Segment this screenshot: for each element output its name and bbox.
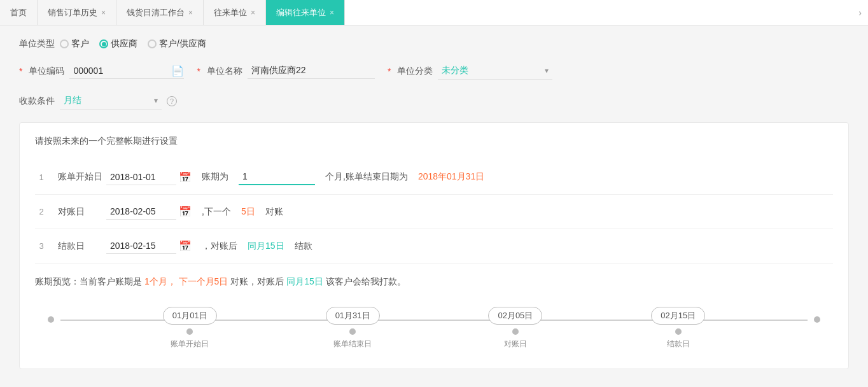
node-badge-3: 02月05日 — [488, 307, 542, 325]
unit-name-input[interactable] — [248, 63, 375, 79]
row-label-1: 账单开始日 — [58, 171, 96, 183]
required-star-3: * — [388, 66, 391, 76]
main-content: 单位类型 客户 供应商 客户/供应商 * 单位编码 — [0, 25, 868, 382]
node-label-1: 账单开始日 — [171, 339, 209, 349]
row-desc-2b: 对账 — [265, 206, 283, 218]
row-desc-3a: ，对账后 — [202, 241, 237, 252]
timeline-start — [48, 307, 54, 323]
payment-terms-label: 收款条件 — [19, 95, 55, 107]
node-label-2: 账单结束日 — [333, 339, 372, 349]
node-badge-2: 01月31日 — [326, 307, 380, 325]
tab-edit-unit[interactable]: 编辑往来单位 × — [266, 0, 345, 25]
preview-payment: 同月15日 — [286, 276, 323, 286]
timeline-node-1: 01月01日 账单开始日 — [163, 307, 217, 349]
tab-cash-work[interactable]: 钱货日清工作台 × — [116, 0, 204, 25]
radio-circle-both — [148, 39, 157, 48]
start-dot — [48, 316, 54, 323]
unit-code-input[interactable] — [69, 63, 171, 78]
payment-day-highlight: 同月15日 — [248, 241, 284, 252]
timeline-node-2: 01月31日 账单结束日 — [326, 307, 380, 349]
row-label-2: 对账日 — [58, 206, 96, 218]
radio-supplier[interactable]: 供应商 — [99, 38, 137, 50]
date-input-3: 📅 — [106, 238, 192, 254]
node-dot-3 — [512, 328, 519, 335]
radio-circle-supplier — [99, 39, 108, 48]
radio-customer[interactable]: 客户 — [60, 38, 89, 50]
calendar-icon-3[interactable]: 📅 — [179, 240, 192, 252]
panel-hint: 请按照未来的一个完整帐期进行设置 — [35, 136, 833, 147]
unit-category-field: * 单位分类 未分类 ▾ — [388, 62, 552, 80]
unit-code-label: 单位编码 — [29, 66, 64, 77]
unit-category-label: 单位分类 — [397, 66, 433, 77]
date-field-3[interactable] — [106, 238, 176, 254]
calendar-icon-2[interactable]: 📅 — [179, 206, 192, 218]
chevron-down-icon-2: ▾ — [154, 96, 158, 105]
reconcile-day-highlight: 5日 — [241, 206, 255, 218]
preview-suffix: 该客户会给我打款。 — [326, 276, 406, 286]
preview-period: 1个月， — [144, 276, 176, 286]
preview-prefix: 账期预览：当前客户账期是 — [35, 276, 142, 286]
payment-terms-field: 收款条件 月结 ▾ ? — [19, 92, 177, 109]
unit-type-label: 单位类型 — [19, 38, 55, 50]
chevron-right-icon: › — [858, 8, 862, 18]
timeline-node-4: 02月15日 结款日 — [651, 307, 705, 349]
unit-type-row: 单位类型 客户 供应商 客户/供应商 — [19, 38, 849, 50]
unit-info-row: * 单位编码 📄 * 单位名称 * 单位分类 未分类 ▾ — [19, 62, 849, 80]
node-label-3: 对账日 — [504, 339, 527, 349]
copy-icon[interactable]: 📄 — [171, 65, 184, 77]
end-date-highlight: 2018年01月31日 — [418, 171, 484, 183]
settings-row-1: 1 账单开始日 📅 账期为 个月,账单结束日期为 2018年01月31日 — [35, 160, 833, 195]
close-icon[interactable]: × — [101, 8, 106, 17]
close-icon[interactable]: × — [251, 8, 255, 17]
payment-terms-select[interactable]: 月结 ▾ — [60, 92, 162, 109]
row-label-3: 结款日 — [58, 241, 96, 252]
radio-both[interactable]: 客户/供应商 — [148, 38, 206, 50]
required-star: * — [19, 66, 22, 76]
row-desc-1: 账期为 — [202, 171, 228, 183]
chevron-down-icon: ▾ — [545, 66, 549, 75]
help-icon[interactable]: ? — [167, 96, 177, 106]
timeline-end — [814, 307, 820, 323]
settings-row-2: 2 对账日 📅 ,下一个 5日 对账 — [35, 195, 833, 229]
settings-row-3: 3 结款日 📅 ，对账后 同月15日 结款 — [35, 229, 833, 264]
close-icon[interactable]: × — [330, 8, 334, 17]
unit-code-input-wrapper: 📄 — [69, 63, 184, 79]
timeline: 01月01日 账单开始日 01月31日 账单结束日 02月05日 对账日 02月… — [35, 307, 833, 349]
node-badge-4: 02月15日 — [651, 307, 705, 325]
required-star-2: * — [197, 66, 200, 76]
timeline-nodes: 01月01日 账单开始日 01月31日 账单结束日 02月05日 对账日 02月… — [48, 307, 820, 349]
node-badge-1: 01月01日 — [163, 307, 217, 325]
unit-category-select[interactable]: 未分类 ▾ — [438, 62, 552, 80]
payment-terms-value: 月结 — [64, 95, 154, 106]
unit-name-field: * 单位名称 — [197, 63, 374, 79]
unit-code-field: * 单位编码 📄 — [19, 63, 184, 79]
payment-terms-row: 收款条件 月结 ▾ ? — [19, 92, 849, 109]
node-dot-4 — [675, 328, 682, 335]
radio-circle-customer — [60, 39, 69, 48]
preview-reconcile: 下一个月5日 — [179, 276, 228, 286]
calendar-icon-1[interactable]: 📅 — [179, 171, 192, 183]
tab-units[interactable]: 往来单位 × — [204, 0, 266, 25]
tab-sales-history[interactable]: 销售订单历史 × — [38, 0, 116, 25]
node-dot-1 — [186, 328, 193, 335]
preview-middle: 对账，对账后 — [230, 276, 284, 286]
date-field-1[interactable] — [106, 169, 176, 185]
date-input-2: 📅 — [106, 204, 192, 220]
tab-home[interactable]: 首页 — [0, 0, 38, 25]
row-desc-1b: 个月,账单结束日期为 — [325, 171, 408, 183]
tab-expand-button[interactable]: › — [852, 0, 868, 25]
row-num-2: 2 — [35, 207, 48, 216]
preview-text: 账期预览：当前客户账期是 1个月， 下一个月5日 对账，对账后 同月15日 该客… — [35, 276, 833, 288]
radio-label-both: 客户/供应商 — [159, 38, 206, 50]
period-input[interactable] — [239, 169, 315, 185]
node-label-4: 结款日 — [667, 339, 690, 349]
date-field-2[interactable] — [106, 204, 176, 220]
tab-bar: 首页 销售订单历史 × 钱货日清工作台 × 往来单位 × 编辑往来单位 × › — [0, 0, 868, 25]
timeline-node-3: 02月05日 对账日 — [488, 307, 542, 349]
unit-name-label: 单位名称 — [207, 66, 242, 77]
settings-panel: 请按照未来的一个完整帐期进行设置 1 账单开始日 📅 账期为 个月,账单结束日期… — [19, 122, 849, 369]
end-dot — [814, 316, 820, 323]
date-input-1: 📅 — [106, 169, 192, 185]
close-icon[interactable]: × — [188, 8, 193, 17]
unit-category-value: 未分类 — [442, 65, 545, 76]
